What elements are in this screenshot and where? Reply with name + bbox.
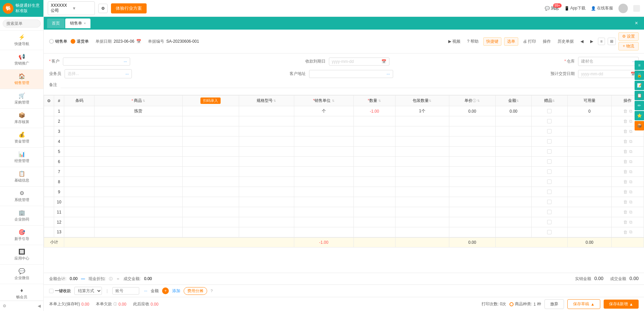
delete-icon-13[interactable]: 🗑	[623, 230, 628, 235]
row-spec-1[interactable]	[239, 106, 294, 116]
copy-icon-2[interactable]: ⧉	[629, 119, 632, 124]
sidebar-item-wechat[interactable]: 💬 企业微信	[0, 265, 43, 284]
tab-close-icon[interactable]: ×	[84, 21, 86, 25]
price-info-icon[interactable]: ⓘ	[472, 99, 476, 103]
copy-icon-8[interactable]: ⧉	[629, 179, 632, 185]
save-new-button[interactable]: 保存&新增 ▲	[604, 300, 639, 309]
short-info-icon[interactable]: ⓘ	[113, 302, 117, 307]
one-click-payment-cb[interactable]: 一键收款	[49, 288, 71, 294]
account-dots-icon[interactable]: ···	[144, 288, 147, 293]
sidebar-item-capital[interactable]: 💰 资金管理	[0, 128, 43, 148]
expected-date-input[interactable]: yyyy-mm-dd 📅	[578, 70, 639, 78]
history-btn[interactable]: 历史单据	[556, 38, 576, 45]
delete-icon-12[interactable]: 🗑	[623, 220, 628, 225]
search-input[interactable]	[3, 20, 41, 28]
row-unit-price-1[interactable]: 0.00	[449, 106, 495, 116]
delete-icon-5[interactable]: 🗑	[623, 149, 628, 154]
goods-type-info[interactable]: 商品种类: 1 种	[509, 301, 541, 307]
warehouse-input[interactable]: 建材仓 ···	[578, 57, 639, 66]
discount-info-icon[interactable]: ⓘ	[109, 276, 113, 281]
float-btn-3[interactable]: 📝	[635, 81, 644, 90]
row-goods-1[interactable]: 拣货	[94, 106, 182, 116]
goods-sort[interactable]: *商品 ⇅	[131, 98, 145, 104]
float-btn-6[interactable]: ⭐	[635, 111, 644, 120]
spec-sort[interactable]: 规格型号⇅	[257, 98, 276, 104]
receipt-cal-icon[interactable]: 📅	[381, 59, 386, 64]
view-list-btn[interactable]: ≡	[598, 38, 605, 45]
copy-icon-11[interactable]: ⧉	[629, 209, 632, 215]
topbar-settings-btn[interactable]: ⚙	[98, 4, 108, 13]
delete-icon-11[interactable]: 🗑	[623, 209, 628, 215]
shortcut-btn[interactable]: 快捷键	[483, 37, 501, 46]
sidebar-item-purchase[interactable]: 🛒 采购管理	[0, 89, 43, 109]
sidebar-item-inventory[interactable]: 📦 库存核算	[0, 109, 43, 128]
delete-icon-7[interactable]: 🗑	[623, 169, 628, 174]
copy-icon-6[interactable]: ⧉	[629, 159, 632, 164]
copy-icon-1[interactable]: ⧉	[629, 109, 632, 114]
salesperson-dots-icon[interactable]: ···	[125, 72, 129, 76]
radio-sales[interactable]: 销售单	[49, 39, 67, 44]
user-avatar[interactable]	[618, 4, 628, 13]
date-calendar-icon[interactable]: 📅	[136, 39, 141, 44]
customer-dots-icon[interactable]: ···	[124, 59, 127, 64]
delete-icon-6[interactable]: 🗑	[623, 159, 628, 164]
copy-icon-5[interactable]: ⧉	[629, 149, 632, 154]
sidebar-item-business[interactable]: 📊 经营管理	[0, 148, 43, 167]
sidebar-item-enterprise[interactable]: 🏢 企业协同	[0, 206, 43, 226]
delete-icon-9[interactable]: 🗑	[623, 189, 628, 194]
app-download-btn[interactable]: 📱 App下载	[564, 5, 585, 11]
scan-btn[interactable]: 扫码录入	[200, 98, 221, 104]
tab-home[interactable]: 首页	[47, 18, 65, 28]
sidebar-item-base-info[interactable]: 📋 基础信息	[0, 167, 43, 187]
copy-icon-13[interactable]: ⧉	[629, 229, 632, 235]
fee-split-btn[interactable]: 费用分摊	[184, 287, 207, 295]
delete-icon-2[interactable]: 🗑	[623, 119, 628, 124]
delete-icon-4[interactable]: 🗑	[623, 139, 628, 144]
r2-settings[interactable]	[44, 116, 54, 126]
copy-icon-7[interactable]: ⧉	[629, 169, 632, 174]
copy-icon-10[interactable]: ⧉	[629, 199, 632, 205]
float-btn-1[interactable]: ≡	[635, 61, 644, 70]
row-amount-1[interactable]: 0.00	[495, 106, 531, 116]
online-service-btn[interactable]: 👤 在线客服	[591, 5, 613, 11]
operation-btn[interactable]: 操作	[541, 38, 553, 45]
addr-dots-icon[interactable]: ···	[386, 72, 390, 76]
view-grid-btn[interactable]: ⊞	[608, 38, 616, 45]
calc-method-select[interactable]: 结算方式	[74, 287, 102, 295]
radio-return[interactable]: 退货单	[71, 39, 89, 44]
select-btn[interactable]: 选单	[504, 37, 518, 46]
logistics-btn[interactable]: + 物流	[618, 42, 639, 50]
nav-next-btn[interactable]: ▶	[588, 38, 595, 45]
tabbar-close-btn[interactable]: ×	[632, 20, 641, 26]
delete-icon-3[interactable]: 🗑	[623, 129, 628, 134]
float-btn-orange[interactable]: 📦	[635, 121, 644, 130]
sidebar-item-guide[interactable]: 🎯 新手引导	[0, 226, 43, 245]
help-btn[interactable]: ? 帮助	[465, 38, 481, 45]
copy-icon-4[interactable]: ⧉	[629, 139, 632, 144]
sidebar-settings-icon[interactable]: ⚙	[3, 304, 6, 308]
copy-icon-3[interactable]: ⧉	[629, 129, 632, 134]
customer-addr-input[interactable]: ···	[309, 70, 393, 78]
sidebar-item-marketing[interactable]: 📢 营销推广	[0, 50, 43, 70]
row-pkg-qty-1[interactable]: 1个	[395, 106, 449, 116]
receipt-date-input[interactable]: yyyy-mm-dd 📅	[329, 57, 389, 66]
customer-input[interactable]: ···	[63, 57, 130, 66]
print-btn[interactable]: 🖨 打印	[521, 38, 538, 45]
delete-icon-8[interactable]: 🗑	[623, 179, 628, 184]
tab-sales-order[interactable]: 销售单 ×	[65, 18, 90, 28]
video-btn[interactable]: ▶ 视频	[446, 38, 462, 45]
copy-icon-9[interactable]: ⧉	[629, 189, 632, 195]
sidebar-item-app-center[interactable]: 🔲 应用中心	[0, 245, 43, 265]
th-settings[interactable]: ⚙	[44, 95, 54, 106]
company-selector[interactable]: XXXXXX公司 ▼	[48, 1, 95, 15]
sidebar-item-member[interactable]: ♦ 畅会员	[0, 284, 43, 301]
discard-button[interactable]: 放弃	[544, 299, 564, 309]
sidebar-collapse-icon[interactable]: ◀	[38, 304, 41, 308]
fee-help-icon[interactable]: ?	[211, 289, 213, 293]
salesperson-input[interactable]: 选择... ···	[65, 69, 132, 78]
notes-input[interactable]	[61, 82, 639, 88]
sidebar-item-quick-nav[interactable]: ⚡ 快捷导航	[0, 31, 43, 50]
message-btn[interactable]: 💬 消息 99+	[545, 5, 559, 11]
settings-btn[interactable]: ⚙ 设置	[618, 32, 639, 41]
row-settings-1[interactable]	[44, 106, 54, 116]
